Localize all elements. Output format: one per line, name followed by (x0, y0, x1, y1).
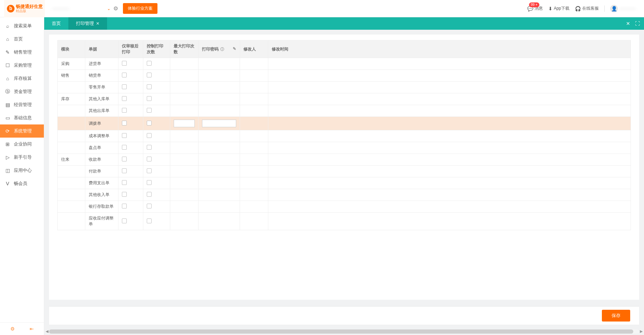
settings-icon[interactable]: ⚙ (113, 5, 118, 12)
cell-control-checkbox[interactable] (143, 70, 170, 82)
cell-audit-checkbox[interactable] (118, 130, 143, 142)
cell-control-checkbox[interactable] (143, 166, 170, 177)
cell-audit-checkbox[interactable] (118, 189, 143, 201)
cell-audit-checkbox[interactable] (118, 82, 143, 93)
cell-control-checkbox[interactable] (143, 130, 170, 142)
edit-column-icon[interactable]: ✎ (233, 46, 236, 51)
cell-control-checkbox[interactable] (143, 82, 170, 93)
save-button[interactable]: 保存 (602, 310, 630, 322)
checkbox[interactable] (147, 133, 152, 138)
scrollbar-thumb[interactable] (49, 329, 633, 334)
cell-max-print (170, 177, 199, 189)
sidebar-item-10[interactable]: ▷新手引导 (0, 151, 44, 164)
cell-audit-checkbox[interactable] (118, 117, 143, 130)
sidebar-item-0[interactable]: ⌕搜索菜单 (0, 19, 44, 32)
company-name: ———— (52, 6, 69, 11)
checkbox[interactable] (122, 145, 127, 150)
scroll-right-icon[interactable]: ▶ (640, 329, 643, 334)
cell-control-checkbox[interactable] (143, 142, 170, 154)
checkbox[interactable] (147, 61, 152, 66)
sidebar-item-6[interactable]: ▤经营管理 (0, 98, 44, 111)
sidebar-item-3[interactable]: ☐采购管理 (0, 59, 44, 72)
cell-audit-checkbox[interactable] (118, 93, 143, 105)
sidebar-item-7[interactable]: ▭基础信息 (0, 111, 44, 124)
checkbox[interactable] (122, 108, 127, 113)
checkbox[interactable] (147, 157, 152, 161)
cell-control-checkbox[interactable] (143, 105, 170, 117)
sidebar-item-4[interactable]: ⌂库存核算 (0, 72, 44, 85)
cell-control-checkbox[interactable] (143, 201, 170, 213)
experience-plan-button[interactable]: 体验行业方案 (123, 3, 157, 14)
cell-password (199, 213, 240, 230)
checkbox[interactable] (122, 168, 127, 173)
checkbox[interactable] (122, 192, 127, 197)
checkbox[interactable] (147, 96, 152, 101)
user-menu[interactable]: 👤 ———— (610, 5, 640, 12)
sidebar-settings-icon[interactable]: ⚙ (10, 326, 15, 332)
sidebar-item-11[interactable]: ◫应用中心 (0, 164, 44, 177)
checkbox[interactable] (147, 204, 152, 208)
cell-audit-checkbox[interactable] (118, 70, 143, 82)
cell-audit-checkbox[interactable] (118, 201, 143, 213)
checkbox[interactable] (147, 218, 152, 223)
info-icon[interactable]: ⓘ (220, 47, 224, 51)
sidebar-item-icon: ▷ (5, 155, 10, 160)
brand-logo-icon (7, 5, 15, 12)
cell-audit-checkbox[interactable] (118, 105, 143, 117)
cell-audit-checkbox[interactable] (118, 213, 143, 230)
checkbox[interactable] (147, 168, 152, 173)
checkbox[interactable] (122, 133, 127, 138)
company-selector[interactable]: ———— ⌄ (50, 3, 113, 14)
sidebar-item-5[interactable]: Ⓢ资金管理 (0, 85, 44, 98)
cell-audit-checkbox[interactable] (118, 142, 143, 154)
checkbox[interactable] (122, 218, 127, 223)
checkbox[interactable] (122, 180, 127, 185)
cell-max-print[interactable] (170, 117, 199, 130)
app-download-button[interactable]: ⬇ App下载 (548, 6, 569, 11)
checkbox[interactable] (147, 121, 152, 125)
cell-audit-checkbox[interactable] (118, 154, 143, 166)
online-service-button[interactable]: 🎧 在线客服 (575, 6, 599, 11)
scroll-left-icon[interactable]: ◀ (46, 329, 48, 334)
tab-0[interactable]: 首页 (44, 17, 68, 30)
checkbox[interactable] (147, 73, 152, 77)
checkbox[interactable] (122, 204, 127, 208)
checkbox[interactable] (147, 108, 152, 113)
cell-control-checkbox[interactable] (143, 177, 170, 189)
tab-1[interactable]: 打印管理✕ (68, 17, 107, 30)
sidebar-item-2[interactable]: ✎销售管理 (0, 46, 44, 59)
sidebar-collapse-icon[interactable]: ⇤ (30, 326, 34, 332)
checkbox[interactable] (122, 84, 127, 89)
checkbox[interactable] (122, 96, 127, 101)
checkbox[interactable] (147, 180, 152, 185)
cell-control-checkbox[interactable] (143, 154, 170, 166)
tab-close-all-icon[interactable]: ✕ (626, 21, 630, 26)
max-print-input[interactable] (174, 120, 195, 127)
checkbox[interactable] (122, 157, 127, 161)
checkbox[interactable] (147, 192, 152, 197)
sidebar-item-1[interactable]: ⌂首页 (0, 32, 44, 46)
checkbox[interactable] (122, 73, 127, 77)
checkbox[interactable] (147, 84, 152, 89)
horizontal-scrollbar[interactable]: ◀ ▶ (49, 329, 639, 334)
messages-button[interactable]: 💬 99 + 消息 (527, 6, 543, 11)
checkbox[interactable] (122, 121, 127, 125)
cell-control-checkbox[interactable] (143, 213, 170, 230)
sidebar-item-8[interactable]: ⟳系统管理 (0, 124, 44, 138)
checkbox[interactable] (147, 145, 152, 150)
cell-audit-checkbox[interactable] (118, 58, 143, 70)
sidebar-item-9[interactable]: ⊞企业协同 (0, 138, 44, 151)
tab-close-icon[interactable]: ✕ (96, 21, 99, 26)
sidebar-item-12[interactable]: V畅会员 (0, 177, 44, 190)
cell-control-checkbox[interactable] (143, 93, 170, 105)
cell-password[interactable] (199, 117, 240, 130)
cell-control-checkbox[interactable] (143, 58, 170, 70)
fullscreen-icon[interactable]: ⛶ (635, 21, 640, 26)
cell-control-checkbox[interactable] (143, 189, 170, 201)
cell-control-checkbox[interactable] (143, 117, 170, 130)
print-password-input[interactable] (202, 120, 236, 127)
brand: 畅捷通好生意 精品版 (4, 0, 45, 17)
cell-audit-checkbox[interactable] (118, 166, 143, 177)
checkbox[interactable] (122, 61, 127, 66)
cell-audit-checkbox[interactable] (118, 177, 143, 189)
